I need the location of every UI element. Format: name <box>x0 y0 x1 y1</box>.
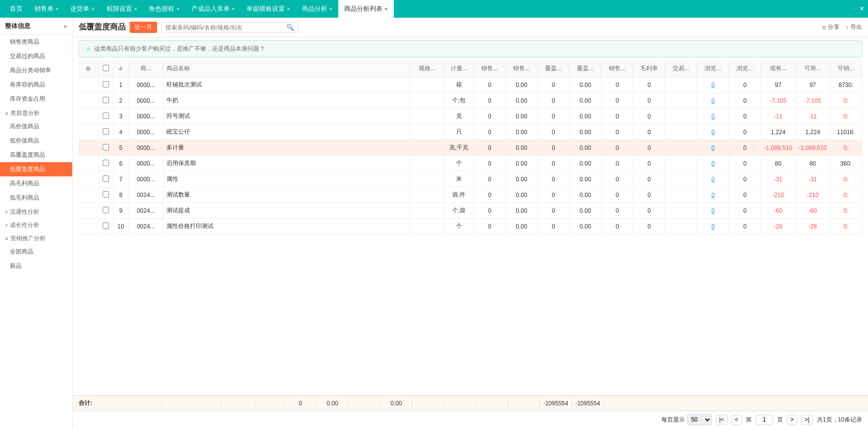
row-browse1[interactable]: 0 <box>697 203 729 219</box>
col-sales2-header[interactable]: 销售... <box>506 60 538 77</box>
close-all-tabs[interactable]: × <box>860 4 864 13</box>
sidebar-item-high-coverage[interactable]: 高覆盖度商品 <box>0 148 72 162</box>
col-unit-header[interactable]: 计量... <box>444 60 474 77</box>
nav-purchase[interactable]: 进货单 × <box>64 0 100 18</box>
row-checkbox[interactable] <box>98 77 113 93</box>
nav-close-product-inbound[interactable]: × <box>232 6 235 12</box>
col-browse2-header[interactable]: 浏览... <box>729 60 761 77</box>
row-select-checkbox[interactable] <box>103 191 109 198</box>
col-stock1-header[interactable]: 现有... <box>761 60 795 77</box>
sidebar-item-sales-products[interactable]: 销售类商品 <box>0 35 72 49</box>
row-browse1[interactable]: 0 <box>697 171 729 187</box>
nav-product-analysis-list[interactable]: 商品分析列表 × <box>338 0 393 18</box>
time-filter-button[interactable]: 近一月 <box>130 22 157 33</box>
row-select-checkbox[interactable] <box>103 128 109 135</box>
nav-permissions[interactable]: 权限设置 × <box>101 0 143 18</box>
col-sales3-header[interactable]: 销售... <box>601 60 633 77</box>
sidebar-item-high-margin[interactable]: 高毛利商品 <box>0 176 72 191</box>
row-browse1[interactable]: 0 <box>697 109 729 124</box>
table-container[interactable]: ⚙ # 商... 商品名称 规格... 计量... 销售... 销售... 覆盖… <box>73 60 868 395</box>
col-trade-header[interactable]: 交易... <box>665 60 697 77</box>
sidebar-group-flow[interactable]: > 流通性分析 <box>0 205 72 218</box>
row-browse1[interactable]: 0 <box>697 77 729 93</box>
row-checkbox[interactable] <box>98 203 113 219</box>
row-select-checkbox[interactable] <box>103 81 109 87</box>
row-browse1[interactable]: 0 <box>697 156 729 171</box>
first-page-btn[interactable]: |< <box>716 415 728 425</box>
col-coverage2-header[interactable]: 覆盖... <box>570 60 601 77</box>
row-checkbox[interactable] <box>98 171 113 187</box>
sidebar-group-marketing[interactable]: ∨ 营销推广分析 <box>0 231 72 245</box>
nav-product-analysis[interactable]: 商品分析 × <box>296 0 338 18</box>
sidebar-item-traded-products[interactable]: 交易过的商品 <box>0 49 72 63</box>
row-code: 0000... <box>129 171 163 187</box>
row-select-checkbox[interactable] <box>103 223 109 229</box>
nav-template[interactable]: 单据模板设置 × <box>241 0 296 18</box>
last-page-btn[interactable]: >| <box>801 415 813 425</box>
col-stock3-header[interactable]: 可销... <box>830 60 862 77</box>
col-settings[interactable]: ⚙ <box>79 60 98 77</box>
row-settings <box>79 109 98 124</box>
row-browse1[interactable]: 0 <box>697 140 729 156</box>
sidebar-item-low-value[interactable]: 低价值商品 <box>0 134 72 148</box>
row-browse2: 0 <box>729 203 761 219</box>
sidebar-item-high-value[interactable]: 高价值商品 <box>0 119 72 134</box>
nav-close-sales[interactable]: × <box>55 6 58 12</box>
select-all-checkbox[interactable] <box>103 65 109 71</box>
per-page-select[interactable]: 50 100 200 <box>687 414 712 425</box>
page-number-input[interactable] <box>756 415 773 425</box>
row-browse1[interactable]: 0 <box>697 93 729 109</box>
row-select-checkbox[interactable] <box>103 175 109 182</box>
col-stock2-header[interactable]: 可用... <box>795 60 830 77</box>
nav-close-roles[interactable]: × <box>176 6 179 12</box>
row-checkbox[interactable] <box>98 109 113 124</box>
sidebar-item-all-products[interactable]: 全部商品 <box>0 245 72 259</box>
row-browse1[interactable]: 0 <box>697 219 729 234</box>
nav-home[interactable]: 首页 <box>4 0 28 18</box>
col-margin-header[interactable]: 毛利率 <box>633 60 665 77</box>
export-button[interactable]: ↑ 导出 <box>845 23 862 31</box>
nav-close-template[interactable]: × <box>287 6 290 12</box>
sidebar-item-stock-capital[interactable]: 库存资金占用 <box>0 92 72 106</box>
col-spec-header[interactable]: 规格... <box>410 60 444 77</box>
nav-close-product-analysis[interactable]: × <box>329 6 332 12</box>
row-select-checkbox[interactable] <box>103 207 109 213</box>
sidebar-item-stocked-products[interactable]: 有库存的商品 <box>0 78 72 92</box>
sidebar-group-cluster[interactable]: ∨ 类群度分析 <box>0 106 72 119</box>
prev-page-btn[interactable]: < <box>732 415 742 425</box>
col-coverage1-header[interactable]: 覆盖... <box>538 60 570 77</box>
row-select-checkbox[interactable] <box>103 113 109 119</box>
col-sales1-header[interactable]: 销售... <box>474 60 506 77</box>
nav-product-inbound[interactable]: 产成品入库单 × <box>186 0 241 18</box>
row-unit: 克 <box>444 109 474 124</box>
row-checkbox[interactable] <box>98 156 113 171</box>
search-input[interactable] <box>165 24 286 31</box>
row-browse1[interactable]: 0 <box>697 187 729 203</box>
row-checkbox[interactable] <box>98 124 113 140</box>
row-checkbox[interactable] <box>98 219 113 234</box>
row-browse1[interactable]: 0 <box>697 124 729 140</box>
nav-close-product-analysis-list[interactable]: × <box>384 6 387 12</box>
nav-close-purchase[interactable]: × <box>91 6 94 12</box>
nav-roles[interactable]: 角色授权 × <box>143 0 185 18</box>
row-checkbox[interactable] <box>98 140 113 156</box>
row-select-checkbox[interactable] <box>103 144 109 150</box>
row-coverage1: 0 <box>538 187 570 203</box>
sidebar-item-new-products[interactable]: 新品 <box>0 259 72 273</box>
sidebar-item-category-rate[interactable]: 商品分类动销率 <box>0 63 72 78</box>
sidebar-collapse-btn[interactable]: « <box>63 22 67 30</box>
col-code-header[interactable]: 商... <box>129 60 163 77</box>
row-select-checkbox[interactable] <box>103 160 109 166</box>
sidebar-item-low-margin[interactable]: 低毛利商品 <box>0 191 72 205</box>
row-checkbox[interactable] <box>98 93 113 109</box>
nav-close-permissions[interactable]: × <box>134 6 137 12</box>
row-select-checkbox[interactable] <box>103 97 109 103</box>
row-sales2: 0.00 <box>506 140 538 156</box>
share-button[interactable]: ⎋ 分享 <box>822 23 840 31</box>
sidebar-item-low-coverage[interactable]: 低覆盖度商品 <box>0 162 72 176</box>
row-checkbox[interactable] <box>98 187 113 203</box>
col-browse1-header[interactable]: 浏览... <box>697 60 729 77</box>
sidebar-group-growth[interactable]: > 成长性分析 <box>0 218 72 231</box>
next-page-btn[interactable]: > <box>787 415 797 425</box>
nav-sales[interactable]: 销售单 × <box>28 0 64 18</box>
